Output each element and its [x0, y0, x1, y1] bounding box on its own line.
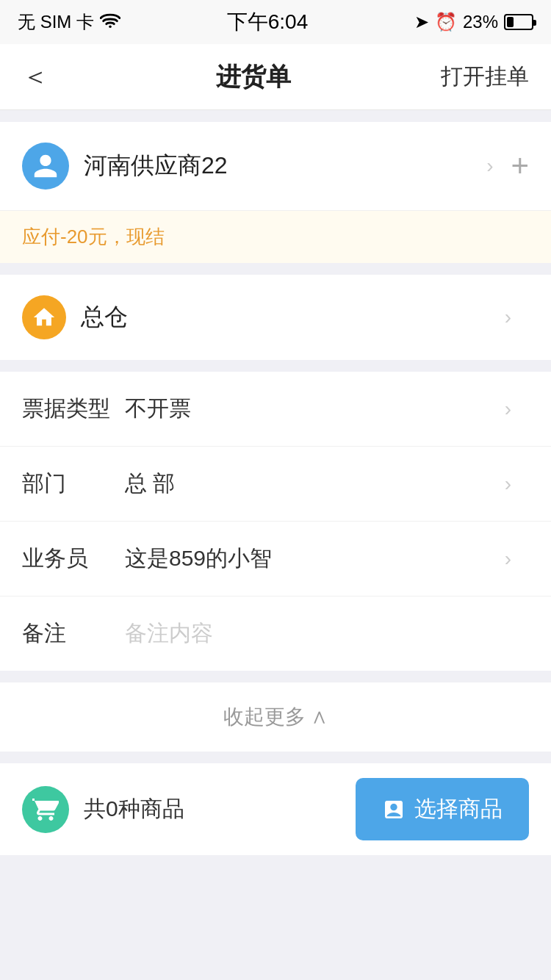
person-icon	[32, 152, 60, 180]
content-area: 河南供应商22 › + 应付-20元，现结 总仓 › 票据类型 不开票 › 部门	[0, 122, 551, 980]
dept-row[interactable]: 部门 总 部 ›	[0, 447, 551, 522]
supplier-name: 河南供应商22	[84, 150, 486, 182]
invoice-label: 票据类型	[22, 394, 125, 424]
sales-chevron-icon: ›	[505, 547, 511, 571]
sales-row[interactable]: 业务员 这是859的小智 ›	[0, 522, 551, 597]
carrier-label: 无 SIM 卡	[18, 10, 94, 34]
bottom-bar: 共0种商品 选择商品	[0, 763, 551, 855]
status-left: 无 SIM 卡	[18, 10, 120, 34]
supplier-avatar	[22, 143, 69, 190]
warehouse-chevron-icon: ›	[505, 306, 511, 329]
remark-row[interactable]: 备注 备注内容	[0, 597, 551, 671]
status-bar: 无 SIM 卡 下午6:04 ➤ ⏰ 23%	[0, 0, 551, 44]
dept-label: 部门	[22, 469, 125, 499]
dept-value: 总 部	[125, 469, 505, 499]
product-count: 共0种商品	[84, 794, 356, 824]
time-label: 下午6:04	[227, 8, 309, 36]
product-icon	[22, 786, 69, 833]
select-product-icon	[382, 798, 406, 821]
warehouse-row[interactable]: 总仓 ›	[0, 275, 551, 360]
open-pending-button[interactable]: 打开挂单	[441, 62, 529, 92]
wifi-icon	[100, 12, 120, 32]
remark-label: 备注	[22, 619, 125, 649]
collapse-button[interactable]: 收起更多 ∧	[0, 682, 551, 752]
notice-bar: 应付-20元，现结	[0, 211, 551, 263]
invoice-chevron-icon: ›	[505, 397, 511, 421]
warehouse-icon	[22, 295, 66, 339]
supplier-row[interactable]: 河南供应商22 › +	[0, 122, 551, 211]
supplier-card: 河南供应商22 › + 应付-20元，现结	[0, 122, 551, 263]
alarm-icon: ⏰	[435, 12, 457, 32]
invoice-value: 不开票	[125, 394, 505, 424]
nav-bar: ＜ 进货单 打开挂单	[0, 44, 551, 110]
back-button[interactable]: ＜	[22, 59, 66, 95]
location-icon: ➤	[414, 12, 429, 32]
battery-icon	[504, 14, 533, 30]
select-product-label: 选择商品	[414, 794, 503, 824]
remark-input[interactable]: 备注内容	[125, 619, 529, 649]
gray-area	[0, 855, 551, 980]
invoice-row[interactable]: 票据类型 不开票 ›	[0, 372, 551, 447]
dept-chevron-icon: ›	[505, 472, 511, 496]
shopping-icon	[32, 796, 59, 823]
sales-value: 这是859的小智	[125, 544, 505, 574]
warehouse-name: 总仓	[81, 301, 505, 334]
form-card: 票据类型 不开票 › 部门 总 部 › 业务员 这是859的小智 › 备注 备注…	[0, 372, 551, 671]
select-product-button[interactable]: 选择商品	[356, 778, 529, 840]
svg-point-0	[109, 25, 112, 28]
notice-text: 应付-20元，现结	[22, 226, 165, 248]
sales-label: 业务员	[22, 544, 125, 574]
add-button[interactable]: +	[511, 148, 529, 184]
battery-label: 23%	[463, 12, 498, 32]
page-title: 进货单	[216, 60, 291, 94]
house-icon	[32, 305, 57, 330]
status-right: ➤ ⏰ 23%	[414, 12, 533, 32]
warehouse-card: 总仓 ›	[0, 275, 551, 360]
supplier-chevron-icon: ›	[486, 154, 493, 178]
collapse-label: 收起更多 ∧	[223, 705, 328, 728]
